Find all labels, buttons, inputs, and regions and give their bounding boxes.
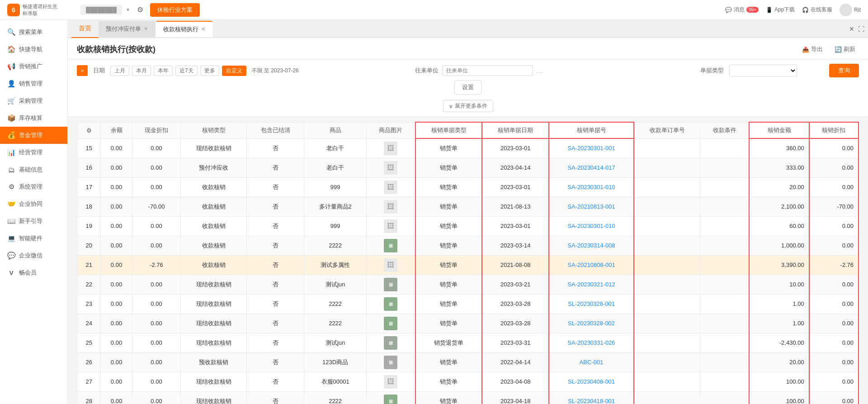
sidebar-item-search[interactable]: 🔍 搜索菜单 [0, 24, 67, 41]
logo-area: 6 畅捷通谱好生意 标准版 [7, 3, 75, 16]
cell-verify-type: 现结收款核销 [181, 372, 247, 391]
tab-prepay-close[interactable]: ✕ [144, 26, 148, 32]
message-item[interactable]: 💬 消息 99+ [725, 6, 759, 14]
sidebar-item-marketing[interactable]: 📢 营销推广 [0, 58, 67, 75]
sidebar-item-quicknav[interactable]: 🏠 快捷导航 [0, 41, 67, 58]
industry-solution-button[interactable]: 休验行业方案 [150, 3, 200, 17]
verify-number-link[interactable]: SA-20230331-026 [567, 339, 615, 346]
cell-goods: 老白干 [304, 158, 367, 177]
cell-goods-image: 🖼 [366, 372, 415, 391]
date-this-month-button[interactable]: 本月 [132, 66, 151, 76]
sidebar-item-label: 新手引导 [19, 217, 42, 225]
verify-number-link[interactable]: ABC-001 [580, 359, 604, 366]
sidebar-item-sales[interactable]: 👤 销售管理 [0, 75, 67, 92]
verify-number-link[interactable]: SA-20230301-010 [567, 223, 615, 229]
date-filter-label: 日期 [93, 67, 105, 75]
app-download-item[interactable]: 📱 App下载 [766, 6, 795, 14]
verify-number-link[interactable]: SL-20230418-001 [568, 398, 615, 404]
sidebar-item-inventory[interactable]: 📦 库存核算 [0, 109, 67, 127]
verify-number-link[interactable]: SA-20210808-001 [567, 261, 615, 268]
cell-receipt-condition [700, 138, 749, 158]
cell-include-settled: 否 [247, 391, 304, 404]
cell-verify-discount: -2.76 [809, 255, 859, 275]
cell-verify-type: 收款核销 [181, 177, 247, 197]
top-bar: 6 畅捷通谱好生意 标准版 ████████ ▼ ⚙ 休验行业方案 💬 消息 9… [0, 0, 868, 20]
sidebar-item-purchase[interactable]: 🛒 采购管理 [0, 92, 67, 109]
col-verify-discount: 核销折扣 [809, 122, 859, 138]
cell-receipt-order-no [634, 275, 700, 294]
online-service-item[interactable]: 🎧 在线客服 [802, 6, 832, 14]
export-button[interactable]: 📤 导出 [798, 43, 826, 55]
sidebar-item-system[interactable]: ⚙ 系统管理 [0, 178, 67, 195]
col-verify-type: 核销类型 [181, 122, 247, 138]
verify-number-link[interactable]: SA-20230314-008 [567, 242, 615, 249]
cell-goods-image: ▦ [366, 294, 415, 314]
date-range-text: 不限 至 2023-07-26 [252, 67, 299, 75]
tab-verify[interactable]: 收款核销执行 ✕ [156, 21, 212, 37]
tab-prepay[interactable]: 预付冲应付单 ✕ [99, 21, 155, 37]
cell-verify-amount: 60.00 [749, 216, 809, 236]
sidebar-item-hardware[interactable]: 💻 智能硬件 [0, 230, 67, 247]
unit-input[interactable] [442, 65, 533, 76]
cell-receipt-order-no [634, 352, 700, 372]
sidebar-item-guide[interactable]: 📖 新手引导 [0, 213, 67, 230]
sidebar-item-finance[interactable]: 💰 资金管理 [0, 127, 67, 144]
verify-number-link[interactable]: SL-20230408-001 [568, 378, 615, 385]
sidebar-item-label: 搜索菜单 [19, 28, 42, 36]
cell-include-settled: 否 [247, 236, 304, 255]
cell-verify-number: SA-20230301-010 [549, 216, 634, 236]
sidebar-item-basic[interactable]: 🗂 基础信息 [0, 161, 67, 178]
cell-verify-amount: 2,100.00 [749, 197, 809, 216]
date-more-button[interactable]: 更多 [200, 66, 219, 76]
date-prev-month-button[interactable]: 上月 [110, 66, 129, 76]
main-layout: 🔍 搜索菜单 🏠 快捷导航 📢 营销推广 👤 销售管理 🛒 采购管理 📦 库存核… [0, 20, 868, 404]
tab-close-all-button[interactable]: ✕ [849, 25, 854, 33]
cell-goods-image: 🖼 [366, 138, 415, 158]
cell-include-settled: 否 [247, 177, 304, 197]
cell-verify-amount: 10.00 [749, 275, 809, 294]
company-name[interactable]: ████████ [80, 5, 122, 15]
cell-cash-discount: 0.00 [132, 352, 181, 372]
cell-verify-type: 收款核销 [181, 255, 247, 275]
settings-button[interactable]: 设置 [454, 80, 481, 95]
cell-balance: 0.00 [101, 197, 132, 216]
cell-receipt-condition [700, 333, 749, 352]
sidebar-item-operations[interactable]: 📊 经营管理 [0, 144, 67, 161]
verify-number-link[interactable]: SL-20230328-001 [568, 300, 615, 307]
expand-more-button[interactable]: ∨ 展开更多条件 [443, 100, 493, 112]
cell-no: 23 [77, 294, 101, 314]
cell-include-settled: 否 [247, 314, 304, 333]
logo-text: 畅捷通谱好生意 标准版 [23, 3, 57, 16]
date-this-year-button[interactable]: 本年 [154, 66, 173, 76]
date-7days-button[interactable]: 近7天 [175, 66, 198, 76]
settings-icon[interactable]: ⚙ [134, 4, 146, 16]
cell-verify-amount: 360.00 [749, 138, 809, 158]
verify-number-link[interactable]: SA-20230301-001 [567, 145, 615, 152]
cell-goods: 2222 [304, 391, 367, 404]
verify-number-link[interactable]: SL-20230328-002 [568, 320, 615, 327]
cell-verify-amount: 20.00 [749, 177, 809, 197]
user-item[interactable]: Rit [840, 4, 861, 16]
sidebar-item-corp[interactable]: 🤝 企业协同 [0, 195, 67, 213]
verify-number-link[interactable]: SA-20230321-012 [567, 281, 615, 288]
voucher-type-select[interactable] [729, 65, 797, 76]
tab-maximize-button[interactable]: ⛶ [858, 25, 864, 33]
sidebar-item-member[interactable]: V 畅会员 [0, 264, 67, 281]
table-row: 16 0.00 0.00 预付冲应收 否 老白干 🖼 销货单 2023-04-1… [77, 158, 859, 177]
tab-home[interactable]: 首页 [71, 20, 99, 38]
refresh-button[interactable]: 🔄 刷新 [831, 43, 859, 55]
cell-receipt-condition [700, 391, 749, 404]
table-area[interactable]: ⚙ 余额 现金折扣 核销类型 包含已结清 商品 商品图片 核销单据类型 核销单据… [68, 117, 868, 404]
verify-number-link[interactable]: SA-20230301-010 [567, 184, 615, 190]
tab-verify-close[interactable]: ✕ [201, 26, 205, 32]
sidebar-item-label: 销售管理 [19, 80, 42, 88]
verify-number-link[interactable]: SA-20210813-001 [567, 203, 615, 210]
verify-number-link[interactable]: SA-20230414-017 [567, 164, 615, 171]
company-dropdown-icon[interactable]: ▼ [126, 7, 130, 12]
query-button[interactable]: 查询 [829, 64, 859, 77]
filter-toggle-button[interactable]: » [77, 65, 88, 76]
date-custom-button[interactable]: 自定义 [222, 66, 246, 76]
cell-receipt-order-no [634, 138, 700, 158]
cell-goods: 多计量商品2 [304, 197, 367, 216]
sidebar-item-wechat[interactable]: 💬 企业微信 [0, 247, 67, 264]
